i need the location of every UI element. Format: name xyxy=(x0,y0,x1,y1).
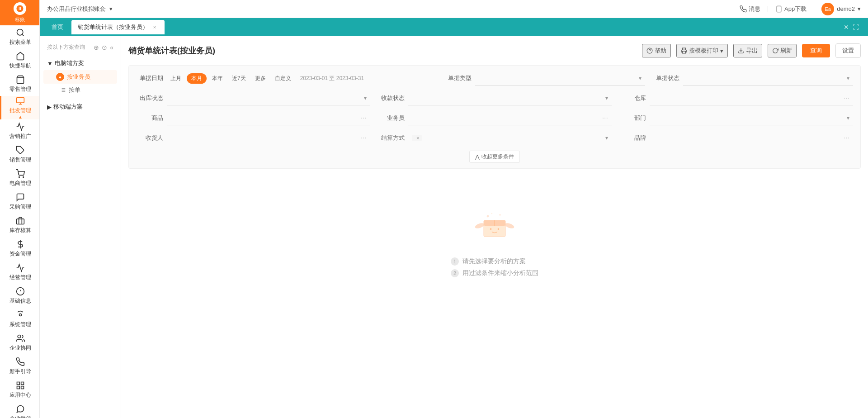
date-btn-7-days[interactable]: 近7天 xyxy=(228,73,250,84)
sidebar-item-basic-info[interactable]: 基础信息 xyxy=(0,284,40,308)
avatar: Ea xyxy=(821,3,834,15)
panel-title: 按以下方案查询 ⊕ ⊙ « xyxy=(43,42,117,53)
doc-type-input[interactable]: ▾ xyxy=(475,71,645,86)
date-btn-current-year[interactable]: 本年 xyxy=(208,73,226,84)
settings-btn[interactable]: 设置 xyxy=(835,43,861,58)
sidebar-item-finance[interactable]: 资金管理 xyxy=(0,237,40,261)
template-print-arrow: ▾ xyxy=(720,48,723,54)
sidebar-item-operations[interactable]: 经营管理 xyxy=(0,261,40,284)
settlement-tag-close[interactable]: × xyxy=(416,135,419,141)
brand-input[interactable]: ··· xyxy=(650,131,853,145)
scheme-mobile-header[interactable]: ▶ 移动端方案 xyxy=(43,100,117,114)
user-name: demo2 xyxy=(837,5,855,12)
close-window-icon[interactable]: ✕ xyxy=(844,24,849,31)
settings-scheme-btn[interactable]: ⊙ xyxy=(102,44,107,51)
export-btn[interactable]: 导出 xyxy=(733,44,762,57)
app-download-btn[interactable]: App下载 xyxy=(775,5,807,13)
scheme-desktop-header[interactable]: ▼ 电脑端方案 xyxy=(43,57,117,70)
out-status-input[interactable]: ▾ xyxy=(167,91,370,105)
sidebar-item-label: 应用中心 xyxy=(9,391,31,399)
doc-type-label: 单据类型 xyxy=(444,74,472,82)
sidebar-item-purchase[interactable]: 采购管理 xyxy=(0,190,40,214)
user-btn[interactable]: Ea demo2 ▾ xyxy=(821,3,861,15)
content-area: 按以下方案查询 ⊕ ⊙ « ▼ 电脑端方案 ● 按业务员 按单 xyxy=(40,36,868,418)
receipt-status-chevron-icon: ▾ xyxy=(605,95,608,101)
sidebar-item-label: 采购管理 xyxy=(9,203,31,211)
sidebar-item-newbie[interactable]: 新手引导 xyxy=(0,355,40,378)
scheme-mobile: ▶ 移动端方案 xyxy=(43,100,117,114)
sidebar-item-app-center[interactable]: 应用中心 xyxy=(0,378,40,402)
date-btn-prev-month[interactable]: 上月 xyxy=(167,73,185,84)
consignee-label: 收货人 xyxy=(136,134,163,142)
svg-point-35 xyxy=(487,215,489,218)
consignee-input[interactable]: ··· xyxy=(167,131,370,145)
sidebar-item-label: 基础信息 xyxy=(9,297,31,305)
message-label: 消息 xyxy=(749,5,760,13)
date-label: 单据日期 xyxy=(136,74,163,82)
collapse-panel-btn[interactable]: « xyxy=(110,44,113,51)
message-btn[interactable]: 消息 xyxy=(740,5,760,13)
add-scheme-btn[interactable]: ⊕ xyxy=(94,44,99,51)
refresh-btn[interactable]: 刷新 xyxy=(768,44,797,57)
sidebar-item-inventory[interactable]: 库存核算 xyxy=(0,214,40,237)
panel-actions: ⊕ ⊙ « xyxy=(94,44,113,51)
doc-status-input[interactable]: ▾ xyxy=(683,71,853,86)
svg-point-4 xyxy=(23,177,24,178)
filter-warehouse: 仓库 ··· xyxy=(619,91,853,105)
tab-sales-stats[interactable]: 销货单统计表（按业务员） × xyxy=(71,20,165,34)
tab-maximize: ✕ ⛶ xyxy=(844,24,863,31)
scheme-desktop-label: 电脑端方案 xyxy=(55,59,84,67)
help-btn[interactable]: 帮助 xyxy=(642,44,671,57)
scheme-item-by-order[interactable]: 按单 xyxy=(43,84,117,96)
product-input[interactable]: ··· xyxy=(167,111,370,125)
scheme-desktop: ▼ 电脑端方案 ● 按业务员 按单 xyxy=(43,57,117,96)
svg-point-33 xyxy=(490,228,492,230)
product-dots-icon: ··· xyxy=(361,114,367,122)
sidebar-item-enterprise[interactable]: 企业协同 xyxy=(0,331,40,355)
receipt-status-input[interactable]: ▾ xyxy=(408,91,612,105)
sidebar: 标账 搜索菜单 快捷导航 零售管理 批发管理 ▲ 营销推广 销售管理 电商管理 … xyxy=(0,0,40,418)
tab-close-icon[interactable]: × xyxy=(151,24,158,31)
department-input[interactable]: ▾ xyxy=(650,111,853,125)
salesperson-input[interactable]: ··· xyxy=(408,111,612,125)
tip-text-1: 请先选择要分析的方案 xyxy=(462,257,526,266)
collapse-btn[interactable]: ⋀ 收起更多条件 xyxy=(469,151,520,163)
tab-home[interactable]: 首页 xyxy=(45,20,70,34)
settlement-input[interactable]: × ▾ xyxy=(408,131,612,145)
empty-tip-2: 2 用过滤条件来缩小分析范围 xyxy=(451,269,538,277)
dropdown-icon[interactable]: ▾ xyxy=(109,5,113,12)
page-title: 销货单统计表(按业务员) xyxy=(128,45,215,56)
filter-department: 部门 ▾ xyxy=(619,111,853,125)
warehouse-input[interactable]: ··· xyxy=(650,91,853,105)
app-name: 办公用品行业模拟账套 xyxy=(47,5,106,13)
sidebar-item-marketing[interactable]: 营销推广 xyxy=(0,119,40,143)
svg-point-10 xyxy=(19,314,22,316)
sidebar-item-search[interactable]: 搜索菜单 xyxy=(0,25,40,49)
header-right: 消息 App下载 Ea demo2 ▾ xyxy=(740,3,861,15)
template-print-btn[interactable]: 按模板打印 ▾ xyxy=(676,44,728,57)
date-btn-more[interactable]: 更多 xyxy=(251,73,269,84)
empty-tip-1: 1 请先选择要分析的方案 xyxy=(451,257,538,266)
svg-point-3 xyxy=(19,177,20,178)
salesperson-dots-icon: ··· xyxy=(602,114,608,122)
filter-salesperson: 业务员 ··· xyxy=(377,111,612,125)
maximize-icon[interactable]: ⛶ xyxy=(853,24,859,31)
out-status-chevron-icon: ▾ xyxy=(364,95,367,101)
sidebar-item-ecommerce[interactable]: 电商管理 xyxy=(0,166,40,190)
svg-rect-16 xyxy=(777,6,781,12)
department-label: 部门 xyxy=(619,114,646,122)
sidebar-item-retail[interactable]: 零售管理 xyxy=(0,72,40,96)
sidebar-item-label: 快捷导航 xyxy=(9,62,31,70)
scheme-item-by-salesperson[interactable]: ● 按业务员 xyxy=(43,70,117,84)
sidebar-item-system[interactable]: 系统管理 xyxy=(0,308,40,331)
sidebar-item-sales[interactable]: 销售管理 xyxy=(0,143,40,166)
sidebar-item-label: 经营管理 xyxy=(9,274,31,281)
query-btn[interactable]: 查询 xyxy=(802,44,830,57)
date-btn-custom[interactable]: 自定义 xyxy=(271,73,295,84)
sidebar-item-label: 企业微信 xyxy=(9,415,31,418)
sidebar-item-enterprise-wechat[interactable]: 企业微信 xyxy=(0,402,40,418)
date-btn-current-month[interactable]: 本月 xyxy=(187,73,207,84)
sidebar-item-wholesale[interactable]: 批发管理 ▲ xyxy=(0,96,40,119)
filter-date: 单据日期 上月 本月 本年 近7天 更多 自定义 2023-03-01 至 20… xyxy=(136,73,437,84)
sidebar-item-quick-nav[interactable]: 快捷导航 xyxy=(0,49,40,72)
